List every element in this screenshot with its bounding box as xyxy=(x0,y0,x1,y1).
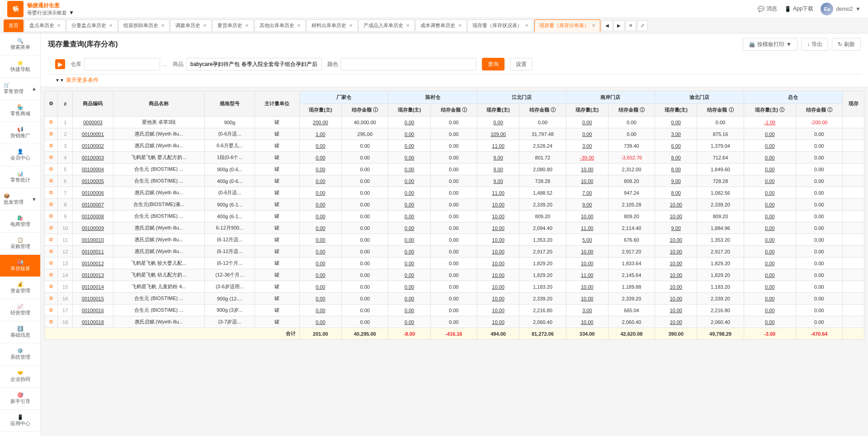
row-code[interactable]: 00100005 xyxy=(73,175,113,187)
sidebar-item-operations[interactable]: 📈 经营管理 xyxy=(0,299,40,321)
row-settings[interactable]: ⚙ xyxy=(45,246,58,258)
sidebar-item-retail-store[interactable]: 🏪 零售商城 xyxy=(0,100,40,122)
row-j-qty[interactable]: 10.00 xyxy=(477,246,519,258)
row-j-qty[interactable]: 11.00 xyxy=(477,140,519,152)
close-icon[interactable]: ✕ xyxy=(245,23,249,28)
row-f-qty[interactable]: 0.00 xyxy=(299,258,341,269)
tab-assemble[interactable]: 组装拆卸单历史 ✕ xyxy=(118,19,170,32)
row-f-qty[interactable]: 0.00 xyxy=(299,140,341,152)
filter-toggle-button[interactable]: ▶ xyxy=(55,59,65,69)
row-code[interactable]: 00100008 xyxy=(73,211,113,222)
row-f-qty[interactable]: 1.00 xyxy=(299,128,341,140)
sidebar-item-retail-stats[interactable]: 📊 零售统计 xyxy=(0,166,40,188)
row-y-qty[interactable]: 10.00 xyxy=(655,246,697,258)
row-settings[interactable]: ⚙ xyxy=(45,175,58,187)
row-j-qty[interactable]: 10.00 xyxy=(477,258,519,269)
row-j-qty[interactable]: 109.00 xyxy=(477,128,519,140)
sidebar-item-finance[interactable]: 💰 资金管理 xyxy=(0,277,40,299)
row-c-qty[interactable]: 0.00 xyxy=(388,258,430,269)
tab-close-all[interactable]: ✕ xyxy=(625,20,636,31)
row-c-qty[interactable]: 0.00 xyxy=(388,140,430,152)
row-n-qty[interactable]: 7.00 xyxy=(566,187,608,199)
row-j-qty[interactable]: 10.00 xyxy=(477,316,519,328)
row-y-qty[interactable]: 0.00 xyxy=(655,117,697,128)
row-j-qty[interactable]: 10.00 xyxy=(477,211,519,222)
row-n-qty[interactable]: 10.00 xyxy=(566,246,608,258)
row-j-qty[interactable]: 10.00 xyxy=(477,269,519,281)
row-n-qty[interactable]: 10.00 xyxy=(566,293,608,305)
print-button[interactable]: 🖨️ 按模板打印 ▼ xyxy=(743,38,797,51)
row-n-qty[interactable]: 10.00 xyxy=(566,175,608,187)
row-settings[interactable]: ⚙ xyxy=(45,316,58,328)
row-c-qty[interactable]: 0.00 xyxy=(388,164,430,175)
expand-more-button[interactable]: 展开更多条件 xyxy=(66,76,99,84)
row-t-qty[interactable]: 0.00 xyxy=(744,187,796,199)
row-y-qty[interactable]: 10.00 xyxy=(655,305,697,316)
row-n-qty[interactable]: 10.00 xyxy=(566,316,608,328)
row-t-qty[interactable]: 0.00 xyxy=(744,293,796,305)
row-code[interactable]: 00100014 xyxy=(73,281,113,293)
row-f-qty[interactable]: 0.00 xyxy=(299,246,341,258)
warehouse-ellipsis[interactable]: ... xyxy=(163,61,167,67)
row-f-qty[interactable]: 0.00 xyxy=(299,234,341,246)
row-c-qty[interactable]: 0.00 xyxy=(388,222,430,234)
tab-nav-prev[interactable]: ◀ xyxy=(602,20,613,31)
user-info[interactable]: Ea demo2 ▼ xyxy=(821,3,861,15)
close-icon[interactable]: ✕ xyxy=(109,23,113,28)
row-code[interactable]: 00100015 xyxy=(73,293,113,305)
row-f-qty[interactable]: 0.00 xyxy=(299,316,341,328)
row-j-qty[interactable]: 0.00 xyxy=(477,117,519,128)
row-j-qty[interactable]: 11.00 xyxy=(477,187,519,199)
row-t-qty[interactable]: 0.00 xyxy=(744,305,796,316)
brand-sub[interactable]: 母婴行业演示账套 ▼ xyxy=(27,9,74,16)
row-c-qty[interactable]: 0.00 xyxy=(388,117,430,128)
row-c-qty[interactable]: 0.00 xyxy=(388,211,430,222)
row-y-qty[interactable]: 8.00 xyxy=(655,187,697,199)
close-icon[interactable]: ✕ xyxy=(161,23,165,28)
row-settings[interactable]: ⚙ xyxy=(45,222,58,234)
row-j-qty[interactable]: 10.00 xyxy=(477,222,519,234)
sidebar-item-quicknav[interactable]: ⭐ 快捷导航 xyxy=(0,56,40,78)
row-settings[interactable]: ⚙ xyxy=(45,199,58,211)
row-y-qty[interactable]: 3.00 xyxy=(655,128,697,140)
row-j-qty[interactable]: 10.00 xyxy=(477,293,519,305)
sidebar-item-procurement[interactable]: 📋 采购管理 xyxy=(0,233,40,255)
row-c-qty[interactable]: 0.00 xyxy=(388,246,430,258)
row-f-qty[interactable]: 0.00 xyxy=(299,175,341,187)
row-j-qty[interactable]: 10.00 xyxy=(477,305,519,316)
warehouse-input[interactable] xyxy=(84,58,160,70)
row-f-qty[interactable]: 0.00 xyxy=(299,305,341,316)
row-code[interactable]: 00100010 xyxy=(73,234,113,246)
row-c-qty[interactable]: 0.00 xyxy=(388,128,430,140)
sidebar-item-wholesale[interactable]: 📦 批发管理 ▼ xyxy=(0,188,40,211)
message-button[interactable]: 💬 消息 xyxy=(758,5,777,13)
row-y-qty[interactable]: 9.00 xyxy=(655,222,697,234)
tab-material-out[interactable]: 材料出库单历史 ✕ xyxy=(307,19,358,32)
sidebar-item-marketing[interactable]: 📢 营销推广 xyxy=(0,122,40,144)
row-settings[interactable]: ⚙ xyxy=(45,128,58,140)
row-f-qty[interactable]: 0.00 xyxy=(299,187,341,199)
row-code[interactable]: 00100012 xyxy=(73,258,113,269)
row-settings[interactable]: ⚙ xyxy=(45,258,58,269)
sidebar-item-ecommerce[interactable]: 🛍️ 电商管理 xyxy=(0,211,40,233)
row-settings[interactable]: ⚙ xyxy=(45,281,58,293)
row-n-qty[interactable]: 0.00 xyxy=(566,128,608,140)
row-n-qty[interactable]: 10.00 xyxy=(566,164,608,175)
row-j-qty[interactable]: 9.00 xyxy=(477,152,519,164)
row-y-qty[interactable]: 10.00 xyxy=(655,234,697,246)
row-c-qty[interactable]: 0.00 xyxy=(388,175,430,187)
row-n-qty[interactable]: 11.00 xyxy=(566,222,608,234)
row-j-qty[interactable]: 10.00 xyxy=(477,199,519,211)
row-t-qty[interactable]: 0.00 xyxy=(744,199,796,211)
row-t-qty[interactable]: 0.00 xyxy=(744,211,796,222)
row-y-qty[interactable]: 10.00 xyxy=(655,316,697,328)
row-j-qty[interactable]: 9.00 xyxy=(477,164,519,175)
export-button[interactable]: ↓ 导出 xyxy=(801,38,828,51)
row-t-qty[interactable]: 0.00 xyxy=(744,269,796,281)
row-c-qty[interactable]: 0.00 xyxy=(388,152,430,164)
sidebar-item-inventory[interactable]: 🏭 库存核算 xyxy=(0,255,40,277)
row-c-qty[interactable]: 0.00 xyxy=(388,316,430,328)
row-code[interactable]: 00100018 xyxy=(73,316,113,328)
row-code[interactable]: 00100009 xyxy=(73,222,113,234)
row-f-qty[interactable]: 0.00 xyxy=(299,211,341,222)
